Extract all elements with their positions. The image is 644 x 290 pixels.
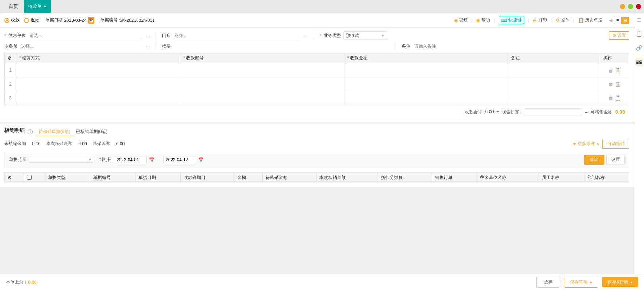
- counterparty-more-icon[interactable]: ···: [146, 33, 150, 39]
- date-from-input[interactable]: [114, 156, 147, 164]
- calendar-to-icon[interactable]: 📅: [198, 157, 204, 162]
- settlement-method-header: * 结算方式: [16, 53, 180, 63]
- table-gear-header[interactable]: ⚙: [5, 53, 16, 63]
- grid-view-btn[interactable]: ⊞: [621, 17, 629, 24]
- video-icon: ◉: [454, 17, 458, 23]
- receipt-account-1[interactable]: [180, 63, 344, 77]
- store-input[interactable]: [173, 32, 300, 39]
- row-num-2: 2: [5, 77, 16, 91]
- tab-active[interactable]: 收款单 ×: [24, 0, 51, 13]
- delete-row-1-icon[interactable]: 🗑: [608, 67, 613, 73]
- settlement-method-3[interactable]: [16, 91, 180, 105]
- window-controls: [620, 4, 641, 9]
- video-action[interactable]: ◉ 视频: [454, 17, 468, 23]
- form-area: * 往来单位 ··· 门店 ··· * 业务类型 预收款: [0, 28, 634, 124]
- sep5: |: [573, 18, 574, 23]
- staff-input[interactable]: [20, 43, 142, 50]
- row-remark-2[interactable]: [508, 77, 600, 91]
- delete-row-3-icon[interactable]: 🗑: [608, 95, 613, 101]
- settings-icon: ⚙: [612, 33, 616, 38]
- copy-row-1-icon[interactable]: 📋: [615, 67, 621, 73]
- operation-action[interactable]: ⚙ 操作: [555, 17, 570, 23]
- delete-row-2-icon[interactable]: 🗑: [608, 81, 613, 87]
- receipt-account-3[interactable]: [180, 91, 344, 105]
- radio-receipt-dot: [4, 18, 9, 23]
- date-separator: —: [157, 157, 161, 162]
- query-button[interactable]: 查询: [584, 155, 604, 165]
- this-time-label: 本次核销金额: [46, 141, 72, 147]
- counterparty-required-star: *: [4, 33, 6, 38]
- remark-label: 备注: [402, 43, 411, 50]
- list-view-btn[interactable]: ≡: [614, 17, 621, 24]
- bottom-bar: 本单上欠 ℹ 0.00 放弃 保存草稿 ▲ 保存&新增 ▲: [0, 274, 644, 290]
- btable-amount-header: 金额: [234, 173, 263, 183]
- btable-gear-header[interactable]: ⚙: [5, 173, 24, 183]
- more-conditions-btn[interactable]: ▼ 更多条件 ∧: [572, 141, 600, 147]
- tab-home[interactable]: 首页: [3, 0, 24, 13]
- operation-header: 操作: [600, 53, 629, 63]
- btable-discount-header: 折扣分摊额: [378, 173, 432, 183]
- table-row: 1 🗑 📋: [5, 63, 629, 77]
- business-type-select[interactable]: 预收款 ▼: [343, 31, 387, 40]
- history-action[interactable]: 📋 历史单据: [578, 17, 602, 23]
- row-remark-3[interactable]: [508, 91, 600, 105]
- tab-done[interactable]: 已核销单据(0笔): [73, 128, 111, 136]
- shortcut-action[interactable]: ⌨ 快捷键: [499, 16, 524, 24]
- biz-required-star: *: [320, 33, 322, 38]
- sidebar-camera-icon[interactable]: 📷: [635, 58, 643, 66]
- btable-pending-header: 待核销金额: [263, 173, 316, 183]
- store-more-icon[interactable]: ···: [303, 33, 308, 39]
- save-new-button[interactable]: 保存&新增 ▲: [602, 277, 638, 287]
- counterparty-input[interactable]: [28, 32, 142, 39]
- reconciliation-title: 核销明细: [4, 127, 25, 134]
- tab-close-icon[interactable]: ×: [44, 4, 46, 9]
- sidebar-doc-icon[interactable]: 📋: [635, 30, 643, 38]
- btable-due-date-header: 收款到期日: [181, 173, 234, 183]
- close-button[interactable]: [636, 4, 641, 9]
- select-all-checkbox[interactable]: [27, 175, 32, 180]
- sidebar-table-icon[interactable]: ☰: [635, 16, 643, 24]
- receipt-amount-1[interactable]: [344, 63, 508, 77]
- settings-button[interactable]: ⚙ 设置: [609, 31, 629, 40]
- bottom-info-value: 0.00: [28, 280, 36, 285]
- staff-more-icon[interactable]: ···: [146, 43, 150, 49]
- auto-reconcile-button[interactable]: 自动核销: [602, 139, 629, 149]
- copy-row-3-icon[interactable]: 📋: [615, 95, 621, 101]
- settlement-method-2[interactable]: [16, 77, 180, 91]
- maximize-button[interactable]: [628, 4, 633, 9]
- reconciliation-info-icon[interactable]: i: [28, 129, 33, 134]
- range-select[interactable]: ▼: [29, 157, 94, 163]
- copy-row-2-icon[interactable]: 📋: [615, 81, 621, 87]
- summary-row: 收款合计 0.00 + 现金折扣: = 可核销金额 0.00: [4, 105, 629, 118]
- bottom-table-container: ⚙ 单据类型 单据编号 单据日期 收款到期日 金额 待核销金额 本次核销金额: [4, 171, 629, 183]
- tab-pending[interactable]: 待核销单据(0笔): [36, 128, 73, 136]
- net-amount-value: 0.00: [615, 109, 625, 115]
- abandon-button[interactable]: 放弃: [536, 277, 560, 288]
- calendar-icon[interactable]: 📅: [88, 17, 94, 24]
- save-draft-button[interactable]: 保存草稿 ▲: [565, 277, 598, 288]
- summary-input[interactable]: [173, 43, 390, 50]
- calendar-from-icon[interactable]: 📅: [149, 157, 154, 162]
- btable-checkbox-header[interactable]: [24, 173, 45, 183]
- table-settings-button[interactable]: 设置: [606, 155, 625, 165]
- discount-input[interactable]: [524, 108, 582, 115]
- help-action[interactable]: ◉ 帮助: [476, 17, 490, 23]
- sidebar-link-icon[interactable]: 🔗: [635, 44, 643, 52]
- remark-input[interactable]: [413, 43, 629, 50]
- settlement-method-1[interactable]: [16, 63, 180, 77]
- receipt-amount-3[interactable]: [344, 91, 508, 105]
- nav-prev-icon[interactable]: ◀: [609, 18, 612, 23]
- date-to-input[interactable]: [163, 156, 196, 164]
- receipt-account-2[interactable]: [180, 77, 344, 91]
- number-field: 单据编号 SK-20230324-001: [100, 17, 154, 23]
- settings-label: 设置: [617, 32, 626, 39]
- print-action[interactable]: 🖨 打印: [533, 17, 547, 23]
- radio-refund[interactable]: 退款: [24, 17, 39, 23]
- receipt-amount-2[interactable]: [344, 77, 508, 91]
- business-type-chevron-icon: ▼: [381, 34, 385, 38]
- help-label: 帮助: [481, 17, 490, 23]
- remark-field: 备注: [402, 43, 629, 50]
- minimize-button[interactable]: [620, 4, 625, 9]
- row-remark-1[interactable]: [508, 63, 600, 77]
- radio-receipt[interactable]: 收款: [4, 17, 20, 23]
